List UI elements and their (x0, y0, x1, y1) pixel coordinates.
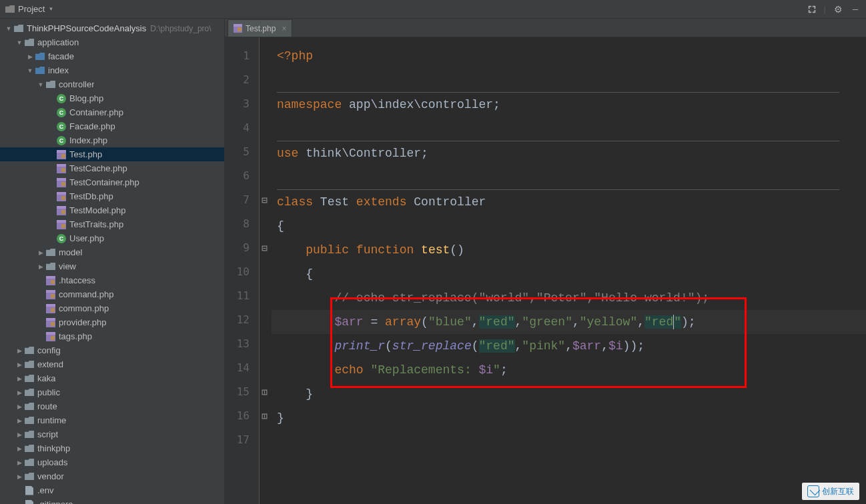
folder-icon (25, 361, 34, 368)
chevron-right-icon[interactable]: ▶ (15, 431, 24, 438)
tree-label: common.php (59, 303, 109, 313)
collapse-icon[interactable] (807, 4, 817, 15)
hide-icon[interactable]: ─ (850, 4, 861, 15)
chevron-right-icon[interactable]: ▶ (15, 445, 24, 452)
php-file-icon (57, 192, 66, 201)
chevron-right-icon[interactable]: ▶ (15, 361, 24, 368)
tree-item-thinkphp[interactable]: ▶thinkphp (0, 441, 224, 455)
tab-test-php[interactable]: Test.php × (228, 19, 292, 37)
code-line[interactable]: class Test extends Controller (272, 190, 866, 214)
chevron-down-icon[interactable]: ▼ (25, 67, 35, 74)
tree-item-vendor[interactable]: ▶vendor (0, 469, 224, 483)
code-area[interactable]: 1234567891011121314151617 <?phpnamespace… (225, 37, 866, 504)
tree-item--env[interactable]: .env (0, 483, 224, 497)
chevron-right-icon[interactable]: ▶ (25, 53, 35, 60)
tree-item-common-php[interactable]: common.php (0, 301, 224, 315)
php-file-icon (57, 150, 66, 159)
code-line[interactable]: } (272, 406, 866, 430)
tree-item-blog-php[interactable]: CBlog.php (0, 91, 224, 105)
code-line[interactable]: { (272, 262, 866, 286)
chevron-down-icon[interactable]: ▼ (36, 81, 45, 88)
toolbar: Project ▼ | ⚙ ─ (0, 0, 866, 19)
tree-item-facade[interactable]: ▶facade (0, 49, 224, 63)
tree-label: User.php (69, 233, 104, 243)
tree-item-application[interactable]: ▼application (0, 35, 224, 49)
tree-item-tags-php[interactable]: tags.php (0, 329, 224, 343)
tree-item-testcontainer-php[interactable]: TestContainer.php (0, 175, 224, 189)
chevron-right-icon[interactable]: ▶ (36, 263, 45, 270)
tree-label: .env (37, 485, 54, 495)
gear-icon[interactable]: ⚙ (833, 4, 843, 15)
tree-item-command-php[interactable]: command.php (0, 287, 224, 301)
tab-label: Test.php (246, 24, 276, 33)
code-line[interactable]: } (272, 382, 866, 406)
code-line[interactable]: use think\Controller; (272, 141, 866, 165)
tree-item-config[interactable]: ▶config (0, 343, 224, 357)
tree-item-uploads[interactable]: ▶uploads (0, 455, 224, 469)
code-line[interactable]: // echo str_replace("world","Peter","Hel… (272, 286, 866, 310)
chevron-down-icon[interactable]: ▼ (15, 39, 24, 46)
tree-item-container-php[interactable]: CContainer.php (0, 105, 224, 119)
chevron-right-icon[interactable]: ▶ (15, 417, 24, 424)
tree-item-test-php[interactable]: Test.php (0, 147, 224, 161)
tree-item-extend[interactable]: ▶extend (0, 357, 224, 371)
tree-item-script[interactable]: ▶script (0, 427, 224, 441)
chevron-right-icon[interactable]: ▶ (15, 347, 24, 354)
tree-item-model[interactable]: ▶model (0, 245, 224, 259)
tree-item-facade-php[interactable]: CFacade.php (0, 119, 224, 133)
chevron-right-icon[interactable]: ▶ (15, 389, 24, 396)
folder-icon (25, 417, 34, 424)
chevron-right-icon[interactable]: ▶ (15, 473, 24, 480)
project-tree[interactable]: ▼ ThinkPHPSourceCodeAnalysis D:\phpstudy… (0, 19, 225, 504)
tree-label: Facade.php (69, 121, 115, 131)
code-line[interactable]: public function test() (272, 238, 866, 262)
project-label: Project (18, 4, 45, 14)
fold-column (260, 37, 269, 504)
code-line[interactable]: $arr = array("blue","red","green","yello… (272, 310, 866, 334)
tree-item-view[interactable]: ▶view (0, 259, 224, 273)
tree-label: thinkphp (37, 443, 70, 453)
folder-icon (46, 81, 55, 88)
tree-root[interactable]: ▼ ThinkPHPSourceCodeAnalysis D:\phpstudy… (0, 21, 224, 35)
tree-label: view (59, 261, 76, 271)
close-icon[interactable]: × (279, 24, 286, 33)
tree-item-kaka[interactable]: ▶kaka (0, 371, 224, 385)
code-content[interactable]: <?phpnamespace app\index\controller;use … (269, 37, 866, 504)
tree-item-controller[interactable]: ▼controller (0, 77, 224, 91)
php-class-icon: C (57, 94, 66, 103)
chevron-down-icon[interactable]: ▼ (4, 25, 13, 32)
code-line[interactable] (272, 430, 866, 454)
tree-label: facade (48, 51, 74, 61)
code-line[interactable]: <?php (272, 44, 866, 68)
tree-item-testdb-php[interactable]: TestDb.php (0, 189, 224, 203)
tree-item-index[interactable]: ▼index (0, 63, 224, 77)
chevron-right-icon[interactable]: ▶ (15, 459, 24, 466)
tree-label: model (59, 247, 82, 257)
code-line[interactable] (272, 68, 866, 92)
tree-item-route[interactable]: ▶route (0, 399, 224, 413)
tree-item-runtime[interactable]: ▶runtime (0, 413, 224, 427)
chevron-right-icon[interactable]: ▶ (15, 375, 24, 382)
code-line[interactable]: echo "Replacements: $i"; (272, 358, 866, 382)
code-line[interactable] (272, 117, 866, 141)
editor-tabs: Test.php × (225, 19, 866, 37)
code-line[interactable]: namespace app\index\controller; (272, 93, 866, 117)
project-dropdown[interactable]: Project ▼ (5, 4, 53, 14)
tree-item-public[interactable]: ▶public (0, 385, 224, 399)
code-line[interactable]: { (272, 214, 866, 238)
code-line[interactable] (272, 165, 866, 189)
tree-item--htaccess[interactable]: .htaccess (0, 273, 224, 287)
tree-item-index-php[interactable]: CIndex.php (0, 133, 224, 147)
tree-label: .gitignore (37, 499, 73, 504)
tree-label: runtime (37, 415, 66, 425)
tree-item--gitignore[interactable]: .gitignore (0, 497, 224, 504)
tree-item-provider-php[interactable]: provider.php (0, 315, 224, 329)
tree-item-testcache-php[interactable]: TestCache.php (0, 161, 224, 175)
chevron-right-icon[interactable]: ▶ (15, 403, 24, 410)
tree-item-user-php[interactable]: CUser.php (0, 231, 224, 245)
code-line[interactable]: print_r(str_replace("red","pink",$arr,$i… (272, 334, 866, 358)
tree-item-testmodel-php[interactable]: TestModel.php (0, 203, 224, 217)
tree-item-testtraits-php[interactable]: TestTraits.php (0, 217, 224, 231)
php-class-icon: C (57, 108, 66, 117)
chevron-right-icon[interactable]: ▶ (36, 249, 45, 256)
